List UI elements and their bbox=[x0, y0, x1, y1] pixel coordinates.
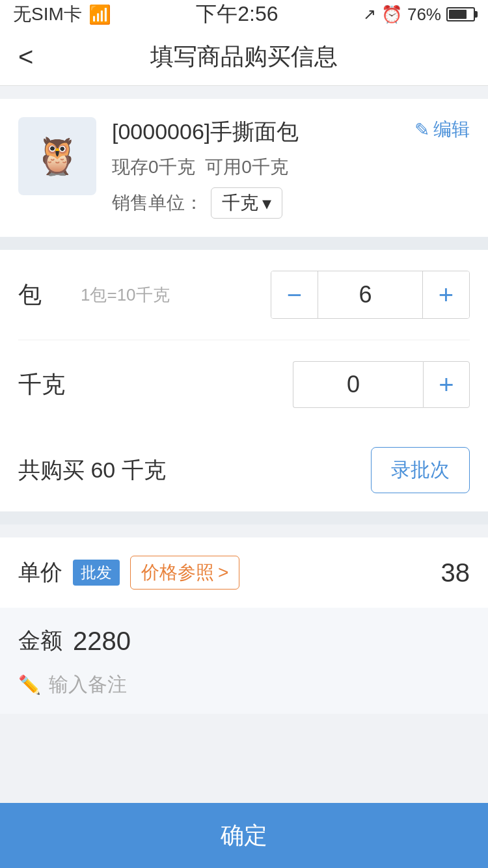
kg-increment-button[interactable]: + bbox=[423, 361, 470, 408]
remark-placeholder[interactable]: 输入备注 bbox=[49, 671, 127, 698]
chevron-down-icon: ▾ bbox=[262, 193, 271, 214]
nav-bar: < 填写商品购买信息 bbox=[0, 29, 488, 86]
package-decrement-button[interactable]: − bbox=[271, 271, 318, 318]
package-stepper: − + bbox=[271, 271, 470, 319]
package-input[interactable] bbox=[318, 271, 422, 318]
back-button[interactable]: < bbox=[18, 42, 33, 72]
kg-stepper-control: + bbox=[293, 361, 470, 408]
product-unit-row: 销售单位： 千克 ▾ bbox=[112, 187, 470, 219]
amount-row: 金额 2280 bbox=[18, 626, 470, 656]
wifi-icon: 📶 bbox=[88, 4, 111, 25]
product-stock: 现存0千克 可用0千克 bbox=[112, 155, 470, 180]
kg-label: 千克 bbox=[18, 369, 70, 401]
product-card: 🦉 [0000006]手撕面包 现存0千克 可用0千克 销售单位： 千克 ▾ ✎… bbox=[0, 99, 488, 237]
input-section: 包 1包=10千克 − + 千克 + bbox=[0, 250, 488, 429]
summary-text: 共购买 60 千克 bbox=[18, 455, 166, 485]
confirm-button[interactable]: 确定 bbox=[0, 803, 488, 868]
amount-label: 金额 bbox=[18, 626, 62, 656]
price-section: 单价 批发 价格参照 > 38 bbox=[0, 537, 488, 608]
price-label: 单价 bbox=[18, 558, 62, 588]
kg-stepper: + bbox=[293, 361, 470, 408]
summary-section: 共购买 60 千克 录批次 bbox=[0, 429, 488, 511]
chevron-right-icon: > bbox=[218, 562, 228, 583]
battery-icon bbox=[446, 7, 475, 21]
edit-icon: ✎ bbox=[414, 119, 429, 141]
product-image: 🦉 bbox=[18, 117, 96, 195]
package-increment-button[interactable]: + bbox=[422, 271, 469, 318]
unit-selector[interactable]: 千克 ▾ bbox=[211, 187, 282, 219]
package-stepper-control: − + bbox=[271, 271, 470, 319]
battery-percent: 76% bbox=[407, 5, 441, 25]
status-right: ↗ ⏰ 76% bbox=[363, 5, 475, 25]
page-title: 填写商品购买信息 bbox=[150, 41, 338, 73]
kg-input[interactable] bbox=[293, 361, 423, 408]
amount-value: 2280 bbox=[73, 627, 131, 656]
section-divider-2 bbox=[0, 511, 488, 524]
product-logo-icon: 🦉 bbox=[34, 135, 80, 178]
carrier-text: 无SIM卡 bbox=[13, 2, 82, 27]
edit-button[interactable]: ✎ 编辑 bbox=[414, 117, 470, 142]
amount-section: 金额 2280 ✏️ 输入备注 bbox=[0, 608, 488, 714]
status-bar: 无SIM卡 📶 下午2:56 ↗ ⏰ 76% bbox=[0, 0, 488, 29]
price-type-badge: 批发 bbox=[73, 560, 120, 586]
status-left: 无SIM卡 📶 bbox=[13, 2, 111, 27]
status-time: 下午2:56 bbox=[196, 0, 278, 29]
section-divider-1 bbox=[0, 237, 488, 250]
remark-row[interactable]: ✏️ 输入备注 bbox=[18, 666, 470, 703]
package-input-row: 包 1包=10千克 − + bbox=[18, 250, 470, 340]
package-label: 包 bbox=[18, 279, 70, 311]
remark-edit-icon: ✏️ bbox=[18, 674, 41, 696]
record-batch-button[interactable]: 录批次 bbox=[371, 447, 470, 493]
price-value: 38 bbox=[441, 558, 470, 588]
package-hint: 1包=10千克 bbox=[81, 284, 271, 306]
price-reference-button[interactable]: 价格参照 > bbox=[130, 556, 239, 590]
alarm-icon: ⏰ bbox=[381, 5, 402, 25]
kg-input-row: 千克 + bbox=[18, 340, 470, 429]
location-icon: ↗ bbox=[363, 5, 376, 23]
